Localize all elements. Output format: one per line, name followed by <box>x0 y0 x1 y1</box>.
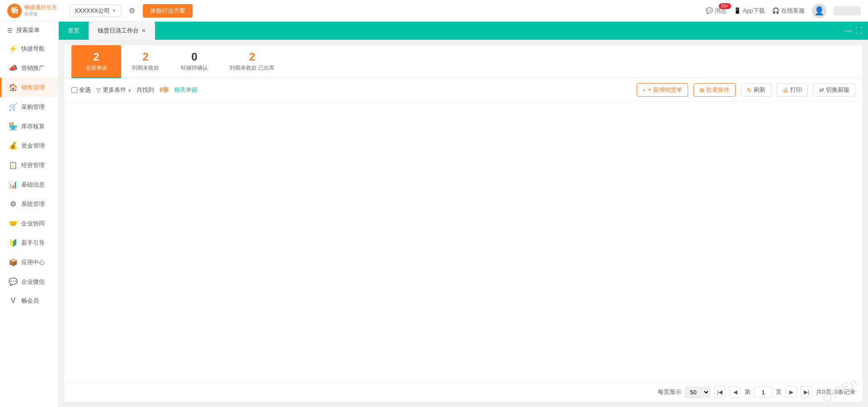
batch-operation-button[interactable]: ⊞ 批量操作 <box>693 83 736 97</box>
sidebar-item-inventory[interactable]: 🏪 库存核算 <box>0 117 58 136</box>
sidebar-purchase-label: 采购管理 <box>21 103 45 111</box>
logo-icon: 畅 <box>7 4 22 18</box>
sidebar-item-app-center[interactable]: 📦 应用中心 <box>0 253 58 272</box>
finance-icon: 💰 <box>9 141 18 150</box>
sidebar-wechat-label: 企业微信 <box>21 278 45 286</box>
sidebar-item-base-info[interactable]: 📊 基础信息 <box>0 175 58 194</box>
filter-button[interactable]: ▽ 更多条件 ∨ <box>96 86 131 94</box>
count-num: 0张 <box>160 86 169 94</box>
count-text-suffix[interactable]: 相关单据 <box>174 86 198 94</box>
add-label: + 新增销货单 <box>648 86 682 94</box>
refresh-label: 刷新 <box>754 86 765 94</box>
stat-tabs: 2 全部单据 2 到期未收款 0 旺辅待确认 2 到期未收款 已出库 <box>64 45 863 79</box>
stat-all-label: 全部单据 <box>82 64 110 72</box>
stat-tab-overdue[interactable]: 2 到期未收款 <box>121 45 170 78</box>
content-panel: 2 全部单据 2 到期未收款 0 旺辅待确认 2 到期未收款 已出库 <box>64 45 863 402</box>
base-info-icon: 📊 <box>9 180 18 189</box>
wechat-icon: 💬 <box>9 277 18 286</box>
marketing-icon: 📣 <box>9 64 18 72</box>
company-selector[interactable]: XXXXXX公司 ▼ <box>70 5 121 17</box>
sidebar-item-finance[interactable]: 💰 资金管理 <box>0 136 58 155</box>
app-center-icon: 📦 <box>9 258 18 267</box>
stat-overdue-num: 2 <box>132 51 159 63</box>
sidebar-item-member[interactable]: V 畅会员 <box>0 291 58 310</box>
tab-work-table-label: 钱货日清工作台 <box>98 27 139 35</box>
prev-page-button[interactable]: ◀ <box>729 386 741 398</box>
sidebar-app-center-label: 应用中心 <box>21 258 45 267</box>
purchase-icon: 🛒 <box>9 103 18 111</box>
message-badge: 99+ <box>719 3 731 9</box>
next-page-button[interactable]: ▶ <box>785 386 797 398</box>
print-button[interactable]: 🖨 打印 <box>777 83 808 97</box>
sidebar-item-guide[interactable]: 🔰 新手引导 <box>0 233 58 253</box>
system-icon: ⚙ <box>9 200 18 208</box>
sidebar-item-wechat[interactable]: 💬 企业微信 <box>0 272 58 291</box>
refresh-button[interactable]: ↻ 刷新 <box>741 83 771 97</box>
sidebar-base-info-label: 基础信息 <box>21 181 45 189</box>
stat-tab-all[interactable]: 2 全部单据 <box>71 45 121 78</box>
page-size-label: 每页显示 <box>658 388 681 396</box>
tab-close-icon[interactable]: ✕ <box>142 28 146 34</box>
switch-version-button[interactable]: ⇄ 切换新版 <box>813 83 855 97</box>
sidebar-item-marketing[interactable]: 📣 营销推广 <box>0 58 58 78</box>
tab-home[interactable]: 首页 <box>59 22 89 40</box>
stat-tab-overdue-shipped[interactable]: 2 到期未收款 已出库 <box>219 45 285 78</box>
sidebar-item-purchase[interactable]: 🛒 采购管理 <box>0 97 58 117</box>
username-display <box>834 6 861 15</box>
logo-sub: 标准版 <box>24 11 57 17</box>
tab-maximize-icon[interactable]: ⛶ <box>855 27 863 35</box>
enterprise-icon: 🤝 <box>9 219 18 228</box>
sidebar-finance-label: 资金管理 <box>21 142 45 150</box>
stat-overdue-label: 到期未收款 <box>132 64 159 72</box>
batch-label: 批量操作 <box>706 86 730 94</box>
last-page-button[interactable]: ▶| <box>801 386 812 398</box>
inventory-icon: 🏪 <box>9 122 18 131</box>
switch-label: 切换新版 <box>826 86 849 94</box>
sidebar-item-system[interactable]: ⚙ 系统管理 <box>0 194 58 214</box>
sidebar-sales-label: 销售管理 <box>21 84 45 92</box>
sidebar-quick-nav-label: 快捷导航 <box>21 45 45 53</box>
stat-overdue-shipped-label: 到期未收款 已出库 <box>230 64 274 72</box>
select-all-checkbox-label[interactable]: 全选 <box>71 86 91 94</box>
total-info: 共0页, 0条记录 <box>816 388 855 396</box>
sidebar-item-operations[interactable]: 📋 经营管理 <box>0 155 58 175</box>
member-icon: V <box>9 297 18 305</box>
stat-tab-pending[interactable]: 0 旺辅待确认 <box>170 45 219 78</box>
header: 畅 畅捷通好生意 标准版 XXXXXX公司 ▼ ⚙ 体验行业方案 💬 消息 99… <box>0 0 868 22</box>
select-all-label: 全选 <box>79 86 91 94</box>
sidebar: ☰ 搜索菜单 ⚡ 快捷导航 📣 营销推广 🏠 销售管理 🛒 采购管理 🏪 库存核… <box>0 22 59 407</box>
add-icon: + <box>642 87 646 94</box>
sidebar-item-enterprise[interactable]: 🤝 企业协同 <box>0 214 58 233</box>
table-empty-area <box>64 102 863 382</box>
header-right: 💬 消息 99+ 📱 App下载 🎧 在线客服 👤 <box>706 4 861 18</box>
service-icon: 🎧 <box>772 7 779 14</box>
switch-icon: ⇄ <box>819 87 824 94</box>
message-icon: 💬 <box>706 7 713 14</box>
avatar[interactable]: 👤 <box>812 4 826 18</box>
toolbar: 全选 ▽ 更多条件 ∨ 共找到 0张 相关单据 + + 新增销货单 <box>64 79 863 102</box>
filter-label: 更多条件 <box>103 86 126 94</box>
logo-name: 畅捷通好生意 <box>24 4 57 11</box>
message-button[interactable]: 💬 消息 99+ <box>706 7 726 15</box>
app-download-button[interactable]: 📱 App下载 <box>734 7 765 15</box>
first-page-button[interactable]: |◀ <box>714 386 726 398</box>
print-label: 打印 <box>790 86 802 94</box>
page-label-post: 页 <box>776 388 782 396</box>
sidebar-system-label: 系统管理 <box>21 200 45 208</box>
tab-work-table[interactable]: 钱货日清工作台 ✕ <box>89 22 155 40</box>
sidebar-guide-label: 新手引导 <box>21 239 45 247</box>
settings-icon[interactable]: ⚙ <box>125 4 139 18</box>
add-order-button[interactable]: + + 新增销货单 <box>637 83 688 97</box>
select-all-checkbox[interactable] <box>71 87 77 93</box>
online-service-button[interactable]: 🎧 在线客服 <box>772 7 805 15</box>
sidebar-item-quick-nav[interactable]: ⚡ 快捷导航 <box>0 39 58 58</box>
page-size-select[interactable]: 50 10 20 100 <box>685 387 710 398</box>
tab-minimize-icon[interactable]: — <box>844 27 852 35</box>
logo-text-block: 畅捷通好生意 标准版 <box>24 4 57 18</box>
sidebar-search-label: 搜索菜单 <box>16 26 40 34</box>
page-number-input[interactable] <box>754 386 772 398</box>
print-icon: 🖨 <box>783 87 788 94</box>
experience-button[interactable]: 体验行业方案 <box>143 4 193 18</box>
sidebar-item-search[interactable]: ☰ 搜索菜单 <box>0 22 58 39</box>
sidebar-item-sales[interactable]: 🏠 销售管理 <box>0 78 58 97</box>
